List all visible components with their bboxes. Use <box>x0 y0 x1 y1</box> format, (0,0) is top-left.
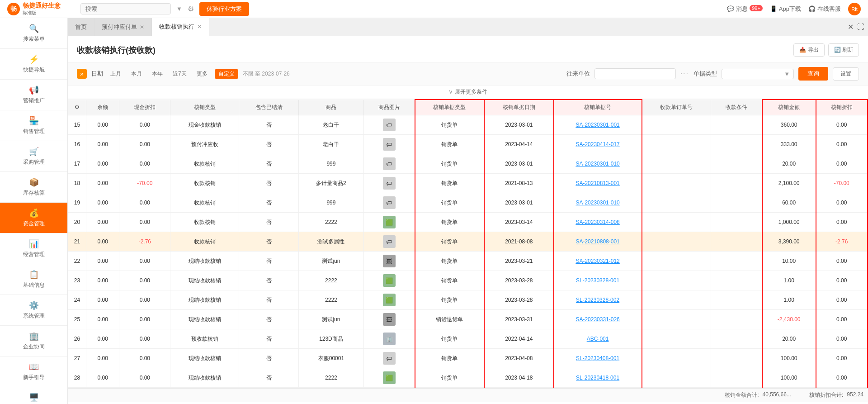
tab-prepay[interactable]: 预付冲应付单✕ <box>94 18 152 36</box>
query-button[interactable]: 查询 <box>798 67 828 81</box>
cell-11: -2,430.00 <box>762 310 816 329</box>
tab-close-prepay[interactable]: ✕ <box>140 24 144 30</box>
cell-2: 收款核销 <box>170 154 239 174</box>
cell-no: 15 <box>68 115 86 135</box>
cell-10 <box>711 310 762 329</box>
sidebar-item-basic[interactable]: 📋基础信息 <box>0 264 67 295</box>
product-image: 🏷 <box>383 157 396 170</box>
product-image: 🏷 <box>383 196 396 209</box>
cell-8[interactable]: SL-20230408-001 <box>554 349 642 368</box>
table-row: 160.000.00预付冲应收否老白干🏷销货单2023-04-14SA-2023… <box>68 135 868 154</box>
cell-5: 🟩 <box>363 213 415 232</box>
cell-no: 21 <box>68 232 86 252</box>
cell-no: 24 <box>68 290 86 310</box>
fullscreen-icon[interactable]: ⛶ <box>857 23 864 31</box>
product-image: 🏷 <box>383 119 396 131</box>
solution-button[interactable]: 休验行业方案 <box>199 2 249 16</box>
cell-12: 0.00 <box>816 329 868 349</box>
cell-2: 收款核销 <box>170 193 239 213</box>
sidebar-item-system[interactable]: ⚙️系统管理 <box>0 295 67 326</box>
setting-button[interactable]: 设置 <box>833 67 859 81</box>
sidebar-icon-system: ⚙️ <box>29 300 39 310</box>
cell-8[interactable]: ABC-001 <box>554 329 642 349</box>
gear-icon[interactable]: ⚙ <box>188 5 194 13</box>
sidebar-item-quick[interactable]: ⚡快捷导航 <box>0 49 67 80</box>
cell-8[interactable]: SA-20230321-012 <box>554 252 642 271</box>
product-image: 🏷 <box>383 235 396 248</box>
sidebar-item-sales[interactable]: 🏪销售管理 <box>0 110 67 141</box>
app-sub: 标准版 <box>23 10 61 16</box>
sidebar-item-marketing[interactable]: 📢营销推广 <box>0 80 67 110</box>
cell-0: 0.00 <box>86 368 119 388</box>
refresh-button[interactable]: 🔄 刷新 <box>828 43 859 57</box>
cell-8[interactable]: SL-20230328-001 <box>554 271 642 290</box>
table-container[interactable]: ⚙余额现金折扣核销类型包含已结清商品商品图片核销单据类型核销单据日期核销单据号收… <box>68 99 868 404</box>
cell-12: 0.00 <box>816 310 868 329</box>
filter-this-month[interactable]: 本月 <box>128 69 145 79</box>
cell-7: 2023-03-01 <box>484 154 554 174</box>
cell-8[interactable]: SL-20230418-001 <box>554 368 642 388</box>
search-input[interactable] <box>80 3 171 14</box>
sidebar-item-corp[interactable]: 🏢企业协同 <box>0 326 67 356</box>
cell-7: 2023-03-14 <box>484 213 554 232</box>
col-settings[interactable]: ⚙ <box>68 100 86 115</box>
cell-8[interactable]: SA-20230331-026 <box>554 310 642 329</box>
table-row: 200.000.00收款核销否2222🟩销货单2023-03-14SA-2023… <box>68 213 868 232</box>
sidebar-item-purchase[interactable]: 🛒采购管理 <box>0 141 67 172</box>
cell-7: 2023-04-08 <box>484 349 554 368</box>
online-service-button[interactable]: 🎧 在线客服 <box>808 5 841 13</box>
bill-type-label: 单据类型 <box>693 70 717 78</box>
sidebar-item-operations[interactable]: 📊经营管理 <box>0 233 67 264</box>
cell-10 <box>711 329 762 349</box>
filter-last-month[interactable]: 上月 <box>108 69 124 79</box>
export-button[interactable]: 📤 导出 <box>793 43 824 57</box>
filter-7days[interactable]: 近7天 <box>170 69 189 79</box>
cell-0: 0.00 <box>86 290 119 310</box>
col-header-cancel_bill_no: 核销单据号 <box>554 100 642 115</box>
col-header-receipt_order_no: 收款单订单号 <box>642 100 711 115</box>
close-tab-icon[interactable]: ✕ <box>848 23 854 31</box>
cell-5: 🏷 <box>363 115 415 135</box>
dropdown-icon[interactable]: ▼ <box>176 5 182 12</box>
cell-8[interactable]: SA-20230414-017 <box>554 135 642 154</box>
sidebar-item-hardware[interactable]: 🖥️智能硬件 <box>0 387 67 404</box>
cell-8[interactable]: SA-20230301-010 <box>554 193 642 213</box>
cell-11: 60.00 <box>762 193 816 213</box>
filter-this-year[interactable]: 本年 <box>149 69 165 79</box>
cell-9 <box>642 252 711 271</box>
cell-8[interactable]: SA-20230301-010 <box>554 154 642 174</box>
date-range: 不限 至 2023-07-26 <box>243 70 290 78</box>
app-download-button[interactable]: 📱 App下载 <box>770 5 801 13</box>
tab-bar: 首页预付冲应付单✕收款核销执行✕ ✕ ⛶ <box>68 18 868 36</box>
partner-input[interactable] <box>594 68 676 79</box>
sidebar-icon-marketing: 📢 <box>29 85 39 95</box>
sidebar-item-finance[interactable]: 💰资金管理 <box>0 203 67 233</box>
tab-close-collection[interactable]: ✕ <box>197 24 202 30</box>
cell-11: 1,000.00 <box>762 213 816 232</box>
filter-custom[interactable]: 自定义 <box>215 69 238 79</box>
bill-type-select[interactable]: ▼ <box>722 69 794 79</box>
filter-toggle-button[interactable]: » <box>77 69 87 79</box>
tab-home[interactable]: 首页 <box>68 18 94 36</box>
table-row: 280.000.00现结收款核销否2222🟩销货单2023-04-18SL-20… <box>68 368 868 388</box>
cell-8[interactable]: SA-20210813-001 <box>554 174 642 193</box>
app-logo: 畅 畅捷通好生意 标准版 <box>7 2 75 16</box>
sidebar-item-inventory[interactable]: 📦库存核算 <box>0 172 67 203</box>
cell-8[interactable]: SA-20210808-001 <box>554 232 642 252</box>
cell-8[interactable]: SL-20230328-002 <box>554 290 642 310</box>
table-row: 220.000.00现结收款核销否测试jun🖼销货单2023-03-21SA-2… <box>68 252 868 271</box>
bill-type-chevron: ▼ <box>784 71 790 77</box>
cell-6: 销货单 <box>415 193 485 213</box>
sidebar-item-search[interactable]: 🔍搜索菜单 <box>0 18 67 49</box>
sidebar-label-marketing: 营销推广 <box>23 97 45 105</box>
cell-8[interactable]: SA-20230301-001 <box>554 115 642 135</box>
user-avatar[interactable]: Rit <box>848 3 861 15</box>
filter-more[interactable]: 更多 <box>194 69 210 79</box>
sidebar-item-guide[interactable]: 📖新手引导 <box>0 356 67 387</box>
cell-10 <box>711 174 762 193</box>
tab-collection[interactable]: 收款核销执行✕ <box>152 18 209 36</box>
notification-button[interactable]: 💬 消息 99+ <box>727 5 763 13</box>
table-row: 250.000.00现结收款核销否测试jun🖼销货退货单2023-03-31SA… <box>68 310 868 329</box>
cell-8[interactable]: SA-20230314-008 <box>554 213 642 232</box>
expand-bar[interactable]: ∨ 展开更多条件 <box>68 86 868 99</box>
